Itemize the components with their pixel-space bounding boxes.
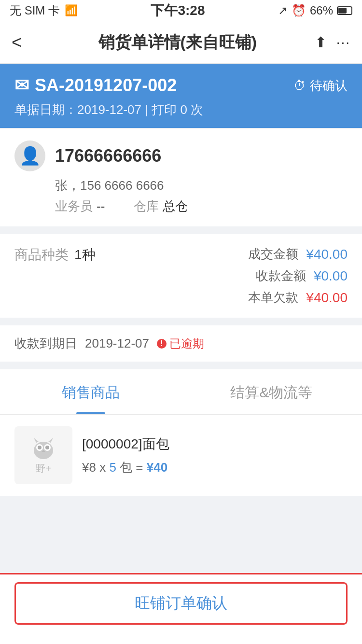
order-banner-top: ✉ SA-20191207-002 ⏱ 待确认	[14, 75, 348, 96]
nav-actions: ⬆ ···	[315, 34, 350, 51]
due-date-section: 收款到期日 2019-12-07 ! 已逾期	[0, 325, 362, 362]
product-info: [0000002]面包 ¥8 x 5 包 = ¥40	[82, 435, 348, 476]
tab-products[interactable]: 销售商品	[0, 369, 181, 414]
tabs-header: 销售商品 结算&物流等	[0, 369, 362, 415]
product-qty: 5	[109, 460, 116, 475]
product-total: ¥40	[147, 460, 167, 475]
customer-row: 👤 17666666666	[14, 140, 348, 171]
summary-section: 商品种类 1种 成交金额 ¥40.00 收款金额 ¥0.00 本单欠款 ¥40.…	[0, 234, 362, 318]
product-type-value: 1种	[74, 246, 96, 264]
salesperson-value: --	[97, 199, 105, 214]
product-thumbnail: 野+	[14, 426, 72, 484]
svg-marker-1	[34, 438, 39, 443]
warehouse-value: 总仓	[163, 198, 188, 215]
time-display: 下午3:28	[151, 1, 205, 20]
brand-plus-label: 野+	[36, 462, 51, 475]
amounts-group: 成交金额 ¥40.00 收款金额 ¥0.00 本单欠款 ¥40.00	[248, 246, 348, 306]
product-logo-icon	[29, 436, 58, 460]
salesperson-item: 业务员 --	[55, 198, 105, 215]
wifi-icon: 📶	[65, 4, 78, 17]
customer-meta: 业务员 -- 仓库 总仓	[55, 198, 348, 215]
order-banner: ✉ SA-20191207-002 ⏱ 待确认 单据日期：2019-12-07 …	[0, 64, 362, 128]
product-mult: x	[99, 460, 109, 475]
tab-settlement[interactable]: 结算&物流等	[181, 369, 362, 414]
debt-label: 本单欠款	[248, 289, 298, 306]
amount-row: 成交金额 ¥40.00	[248, 246, 348, 263]
overdue-badge: ! 已逾期	[157, 336, 204, 351]
avatar: 👤	[14, 140, 45, 171]
tabs-section: 销售商品 结算&物流等	[0, 369, 362, 496]
battery-icon	[337, 6, 352, 15]
amount-value: ¥40.00	[306, 247, 348, 262]
warehouse-item: 仓库 总仓	[134, 198, 188, 215]
svg-point-6	[45, 446, 49, 449]
order-id: ✉ SA-20191207-002	[14, 75, 177, 96]
back-button[interactable]: <	[12, 32, 41, 53]
debt-value: ¥40.00	[306, 290, 348, 306]
order-envelope-icon: ✉	[14, 75, 29, 96]
debt-row: 本单欠款 ¥40.00	[248, 289, 348, 306]
product-unit: 包	[120, 460, 132, 475]
product-equals: =	[136, 460, 146, 475]
amount-label: 成交金额	[248, 246, 298, 263]
status-left: 无 SIM 卡 📶	[10, 3, 78, 18]
product-type-group: 商品种类 1种	[14, 246, 96, 264]
product-item: 野+ [0000002]面包 ¥8 x 5 包 = ¥40	[0, 415, 362, 496]
customer-name: 张，156 6666 6666	[55, 177, 348, 194]
due-date-label: 收款到期日	[14, 335, 77, 352]
overdue-icon: !	[157, 339, 167, 349]
avatar-icon: 👤	[19, 146, 41, 166]
customer-section: 👤 17666666666 张，156 6666 6666 业务员 -- 仓库 …	[0, 129, 362, 226]
confirm-order-button[interactable]: 旺铺订单确认	[14, 582, 348, 625]
product-price: ¥8	[82, 460, 96, 475]
more-menu-button[interactable]: ···	[336, 35, 350, 50]
status-bar: 无 SIM 卡 📶 下午3:28 ↗ ⏰ 66%	[0, 0, 362, 21]
overdue-text: 已逾期	[169, 336, 204, 351]
product-type-label: 商品种类	[14, 246, 69, 264]
alarm-icon: ⏰	[292, 4, 306, 17]
carrier-text: 无 SIM 卡	[10, 3, 60, 18]
svg-point-5	[38, 446, 42, 449]
warehouse-label: 仓库	[134, 198, 159, 215]
received-row: 收款金额 ¥0.00	[256, 267, 348, 284]
page-title: 销货单详情(来自旺铺)	[41, 31, 315, 54]
product-thumb-inner: 野+	[29, 436, 58, 475]
product-list: 野+ [0000002]面包 ¥8 x 5 包 = ¥40	[0, 415, 362, 496]
bottom-button-area: 旺铺订单确认	[0, 573, 362, 644]
order-status: ⏱ 待确认	[293, 77, 348, 94]
order-date: 单据日期：2019-12-07 | 打印 0 次	[14, 101, 348, 118]
battery-text: 66%	[310, 4, 333, 17]
received-value: ¥0.00	[314, 268, 348, 284]
due-date-value: 2019-12-07	[85, 336, 149, 351]
product-name: [0000002]面包	[82, 435, 348, 453]
svg-marker-2	[48, 438, 53, 443]
clock-icon: ⏱	[293, 78, 306, 93]
status-right: ↗ ⏰ 66%	[278, 4, 352, 17]
location-icon: ↗	[278, 4, 288, 17]
product-calculation: ¥8 x 5 包 = ¥40	[82, 459, 348, 476]
nav-bar: < 销货单详情(来自旺铺) ⬆ ···	[0, 21, 362, 64]
customer-phone: 17666666666	[55, 146, 161, 166]
salesperson-label: 业务员	[55, 198, 93, 215]
received-label: 收款金额	[256, 267, 306, 284]
share-icon[interactable]: ⬆	[315, 34, 327, 51]
